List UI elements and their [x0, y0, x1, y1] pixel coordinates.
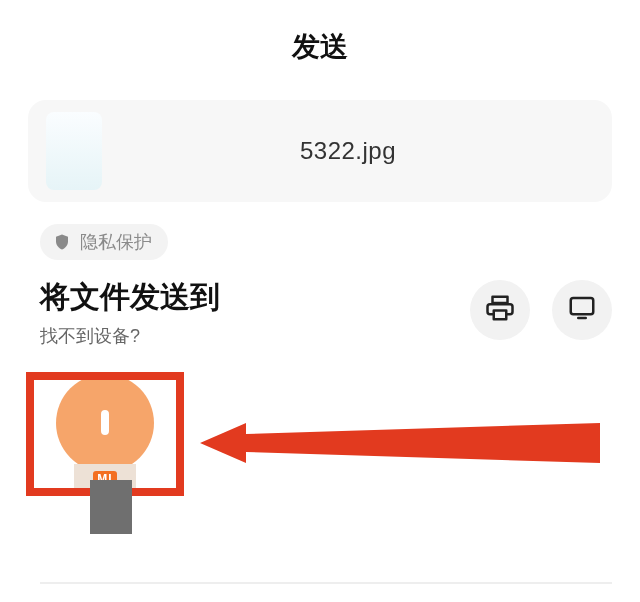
page-title: 发送 [0, 0, 640, 90]
action-buttons [470, 280, 612, 340]
cast-button[interactable] [552, 280, 612, 340]
svg-rect-2 [571, 298, 594, 314]
annotation-arrow [200, 418, 600, 468]
screen-icon [567, 293, 597, 327]
device-target[interactable]: MI [26, 372, 184, 496]
file-name-label: 5322.jpg [102, 137, 594, 165]
share-sheet-root: 发送 5322.jpg 隐私保护 将文件发送到 找不到设备? [0, 0, 640, 602]
device-label-placeholder [90, 480, 132, 534]
svg-marker-4 [200, 423, 600, 463]
privacy-chip[interactable]: 隐私保护 [40, 224, 168, 260]
send-to-heading: 将文件发送到 [40, 278, 220, 316]
svg-rect-0 [493, 297, 508, 303]
svg-rect-1 [494, 311, 507, 320]
print-button[interactable] [470, 280, 530, 340]
section-divider [40, 582, 612, 584]
privacy-chip-label: 隐私保护 [80, 230, 152, 254]
file-thumbnail [46, 112, 102, 190]
send-to-text: 将文件发送到 找不到设备? [40, 278, 220, 348]
annotation-highlight-box [26, 372, 184, 496]
device-not-found-link[interactable]: 找不到设备? [40, 324, 220, 348]
printer-icon [485, 293, 515, 327]
shield-icon [52, 232, 72, 252]
send-to-row: 将文件发送到 找不到设备? [0, 260, 640, 348]
file-preview-card[interactable]: 5322.jpg [28, 100, 612, 202]
